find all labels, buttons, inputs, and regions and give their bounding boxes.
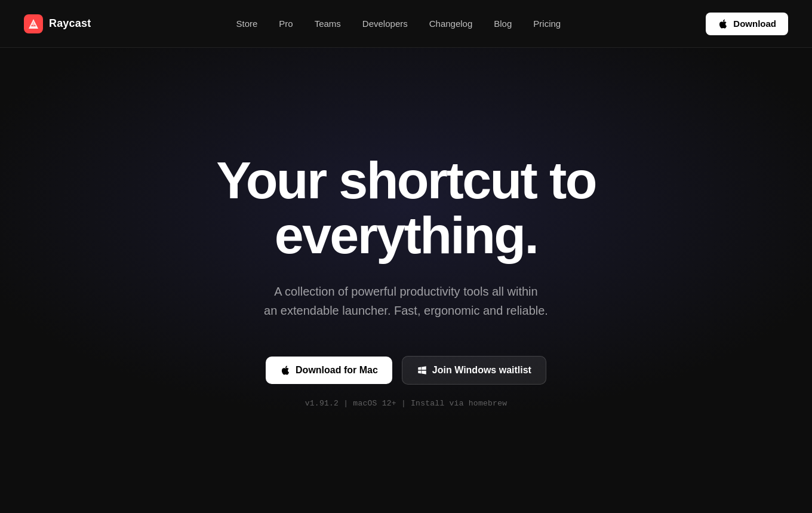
nav-developers[interactable]: Developers bbox=[362, 19, 408, 29]
nav-download-label: Download bbox=[733, 19, 776, 29]
nav-store[interactable]: Store bbox=[236, 19, 257, 29]
windows-icon bbox=[417, 365, 427, 376]
hero-meta-info: v1.91.2 | macOS 12+ | Install via homebr… bbox=[305, 399, 508, 408]
hero-cta-buttons: Download for Mac Join Windows waitlist bbox=[266, 356, 546, 385]
download-mac-label: Download for Mac bbox=[296, 365, 378, 376]
nav-download-button[interactable]: Download bbox=[706, 13, 788, 35]
raycast-logo-icon bbox=[24, 14, 43, 33]
windows-waitlist-button[interactable]: Join Windows waitlist bbox=[402, 356, 546, 385]
nav-teams[interactable]: Teams bbox=[315, 19, 341, 29]
nav-pricing[interactable]: Pricing bbox=[533, 19, 561, 29]
download-mac-button[interactable]: Download for Mac bbox=[266, 357, 392, 384]
apple-icon bbox=[718, 19, 728, 29]
hero-title: Your shortcut to everything. bbox=[216, 153, 596, 263]
logo-link[interactable]: Raycast bbox=[24, 14, 91, 33]
nav-links: Store Pro Teams Developers Changelog Blo… bbox=[236, 19, 561, 29]
nav-pro[interactable]: Pro bbox=[279, 19, 293, 29]
hero-subtitle: A collection of powerful productivity to… bbox=[264, 282, 548, 320]
brand-name: Raycast bbox=[49, 17, 91, 30]
windows-waitlist-label: Join Windows waitlist bbox=[432, 365, 531, 376]
hero-section: Your shortcut to everything. A collectio… bbox=[0, 48, 812, 513]
svg-point-1 bbox=[32, 22, 35, 26]
navbar: Raycast Store Pro Teams Developers Chang… bbox=[0, 0, 812, 48]
nav-blog[interactable]: Blog bbox=[494, 19, 512, 29]
nav-changelog[interactable]: Changelog bbox=[429, 19, 473, 29]
apple-icon-hero bbox=[280, 365, 291, 376]
